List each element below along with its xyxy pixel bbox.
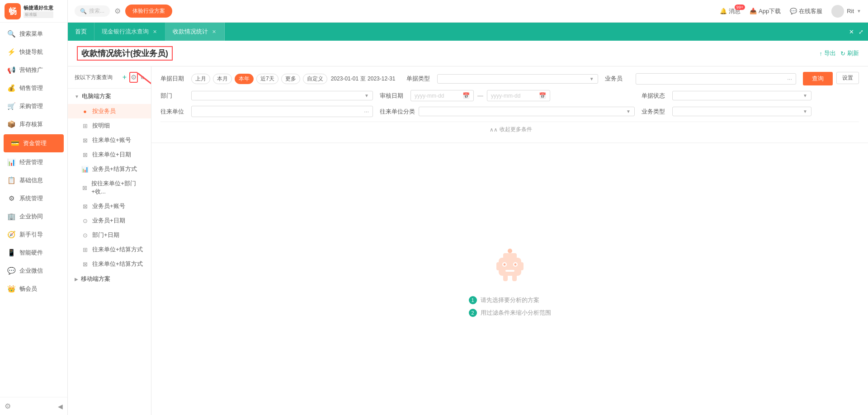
scheme-item-by-detail-label: 按明细 [92, 122, 110, 130]
trial-button[interactable]: 体验行业方案 [125, 5, 172, 18]
sales-icon: 💰 [7, 84, 16, 93]
scheme-item-salesperson-date[interactable]: ⊙ 业务员+日期 [68, 213, 151, 228]
tab-collection-stats[interactable]: 收款情况统计 ✕ [165, 23, 225, 41]
detail-scheme-icon: ⊞ [81, 122, 89, 129]
date-btn-this-month[interactable]: 本月 [213, 74, 232, 84]
filter-doctype-select[interactable]: ▼ [437, 74, 598, 84]
refresh-button[interactable]: ↻ 刷新 [840, 49, 859, 57]
sidebar-item-inventory[interactable]: 📦 库存核算 [0, 115, 67, 133]
filter-salesperson-select[interactable]: ··· [636, 73, 796, 85]
sidebar-item-marketing[interactable]: 📢 营销推广 [0, 61, 67, 79]
basic-icon: 📋 [7, 176, 16, 185]
sidebar-item-search-menu[interactable]: 🔍 搜索菜单 [0, 25, 67, 43]
page-actions: ↑ 导出 ↻ 刷新 [820, 49, 859, 57]
filter-settings-button[interactable]: 设置 [836, 72, 859, 84]
scheme-item-dept-date[interactable]: ⊙ 部门+日期 [68, 228, 151, 242]
export-button[interactable]: ↑ 导出 [820, 49, 836, 57]
sidebar-item-guide[interactable]: 🧭 新手引导 [0, 226, 67, 244]
salesperson-more-icon: ··· [787, 75, 792, 82]
sidebar-item-system[interactable]: ⚙ 系统管理 [0, 189, 67, 208]
scheme-item-partner-account[interactable]: ⊠ 往来单位+账号 [68, 133, 151, 147]
empty-tip-1: 1 请先选择要分析的方案 [469, 296, 551, 304]
date-btn-this-year[interactable]: 本年 [235, 74, 254, 84]
gear-icon[interactable]: ⚙ [114, 7, 121, 15]
scheme-item-partner-settle1[interactable]: ⊞ 往来单位+结算方式 [68, 242, 151, 257]
date-btn-7days[interactable]: 近7天 [256, 74, 278, 84]
message-badge[interactable]: 🔔 消息 99+ [720, 7, 741, 15]
scheme-group-mobile-title[interactable]: ▶ 移动端方案 [68, 271, 151, 287]
sidebar-item-purchase[interactable]: 🛒 采购管理 [0, 97, 67, 115]
tab-home[interactable]: 首页 [68, 23, 94, 41]
sidebar-settings-icon[interactable]: ⚙ [5, 402, 11, 410]
date-btn-last-month[interactable]: 上月 [191, 74, 210, 84]
scheme-item-partner-dept-collect[interactable]: ⊠ 按往来单位+部门+收... [68, 176, 151, 199]
collapse-more-conditions[interactable]: ∧∧ 收起更多条件 [160, 122, 859, 137]
audit-from-calendar-icon[interactable]: 📅 [462, 92, 470, 99]
tab-bank-flow[interactable]: 现金银行流水查询 ✕ [94, 23, 165, 41]
date-to-value: 2023-12-31 [368, 75, 395, 82]
filter-audit-from[interactable]: yyyy-mm-dd 📅 [410, 90, 474, 101]
sidebar-item-basic[interactable]: 📋 基础信息 [0, 171, 67, 189]
audit-to-placeholder: yyyy-mm-dd [491, 93, 520, 99]
scheme-group-desktop-title[interactable]: ▼ 电脑端方案 [68, 89, 151, 104]
topbar-search[interactable]: 🔍 搜索... [75, 5, 110, 17]
sidebar-item-business-label: 经营管理 [19, 158, 43, 166]
scheme-settings-icon[interactable]: ⚙ [129, 72, 138, 83]
add-scheme-button[interactable]: + [123, 73, 127, 81]
date-btn-more[interactable]: 更多 [281, 74, 300, 84]
sidebar-item-member[interactable]: 👑 畅会员 [0, 280, 67, 298]
message-icon: 🔔 [720, 8, 727, 14]
scheme-item-partner-settle2[interactable]: ⊠ 往来单位+结算方式 [68, 257, 151, 271]
logo-text-area: 畅捷通好生意 标准版 [24, 5, 53, 18]
chevron-down-icon: ▼ [857, 9, 861, 14]
scheme-group-mobile-label: 移动端方案 [81, 275, 110, 283]
scheme-item-partner-account-label: 往来单位+账号 [92, 136, 131, 144]
sidebar-item-hardware[interactable]: 📱 智能硬件 [0, 244, 67, 262]
filter-docstatus-select[interactable]: ▼ [672, 91, 811, 100]
date-btn-custom[interactable]: 自定义 [303, 74, 327, 84]
tab-bank-flow-close[interactable]: ✕ [151, 28, 158, 35]
tab-expand-icon[interactable]: ⤢ [859, 28, 863, 35]
sidebar-item-enterprise[interactable]: 🏢 企业协同 [0, 208, 67, 226]
filter-business-type-select[interactable]: ▼ [672, 107, 811, 116]
scheme-item-partner-date[interactable]: ⊠ 往来单位+日期 [68, 147, 151, 162]
query-button[interactable]: 查询 [803, 72, 833, 85]
filter-partner-category-label: 往来单位分类 [380, 108, 415, 116]
scheme-item-by-salesperson[interactable]: ● 按业务员 [68, 104, 151, 118]
service-icon: 💬 [790, 8, 797, 14]
sidebar: 畅 畅捷通好生意 标准版 🔍 搜索菜单 ⚡ 快捷导航 📢 营销推广 💰 销售管理… [0, 0, 68, 415]
filter-partner-category-select[interactable]: ▼ [419, 107, 635, 116]
sidebar-item-finance[interactable]: 💳 资金管理 [4, 134, 64, 152]
filter-partner-select[interactable]: ··· [191, 106, 373, 117]
filter-date-group: 上月 本月 本年 近7天 更多 自定义 [191, 74, 327, 84]
filter-docstatus-item: 单据状态 ▼ [642, 91, 811, 100]
sidebar-item-quick-nav[interactable]: ⚡ 快捷导航 [0, 43, 67, 61]
marketing-icon: 📢 [7, 66, 16, 75]
sidebar-item-sales[interactable]: 💰 销售管理 [0, 79, 67, 97]
scheme-item-partner-dept-label: 按往来单位+部门+收... [91, 179, 144, 196]
filter-dept-select[interactable]: ▼ [191, 91, 373, 100]
audit-to-calendar-icon[interactable]: 📅 [539, 92, 546, 99]
sidebar-item-wechat[interactable]: 💬 企业微信 [0, 262, 67, 280]
scheme-item-by-detail[interactable]: ⊞ 按明细 [68, 118, 151, 133]
sidebar-item-business[interactable]: 📊 经营管理 [0, 153, 67, 171]
online-service[interactable]: 💬 在线客服 [790, 7, 822, 15]
tab-close-window-icon[interactable]: ✕ [849, 28, 854, 35]
sidebar-item-inventory-label: 库存核算 [19, 120, 43, 128]
scheme-collapse-button[interactable]: « [141, 74, 144, 81]
refresh-label: 刷新 [847, 49, 859, 57]
filter-business-type-item: 业务类型 ▼ [642, 107, 811, 116]
tab-collection-stats-close[interactable]: ✕ [211, 28, 217, 35]
sidebar-collapse-icon[interactable]: ◀ [58, 403, 63, 410]
app-download-label: App下载 [759, 7, 781, 15]
tip-num-2: 2 [469, 309, 477, 317]
app-download[interactable]: 📥 App下载 [750, 7, 781, 15]
filter-audit-to[interactable]: yyyy-mm-dd 📅 [487, 90, 550, 101]
user-area[interactable]: Rit ▼ [831, 5, 861, 18]
svg-point-4 [508, 249, 512, 253]
filter-row-3: 往来单位 ··· 往来单位分类 ▼ 业务类型 [160, 106, 859, 117]
scheme-item-salesperson-account[interactable]: ⊠ 业务员+账号 [68, 199, 151, 213]
tip-num-1: 1 [469, 296, 477, 304]
svg-rect-3 [503, 253, 517, 260]
scheme-item-salesperson-settle[interactable]: 📊 业务员+结算方式 [68, 162, 151, 176]
